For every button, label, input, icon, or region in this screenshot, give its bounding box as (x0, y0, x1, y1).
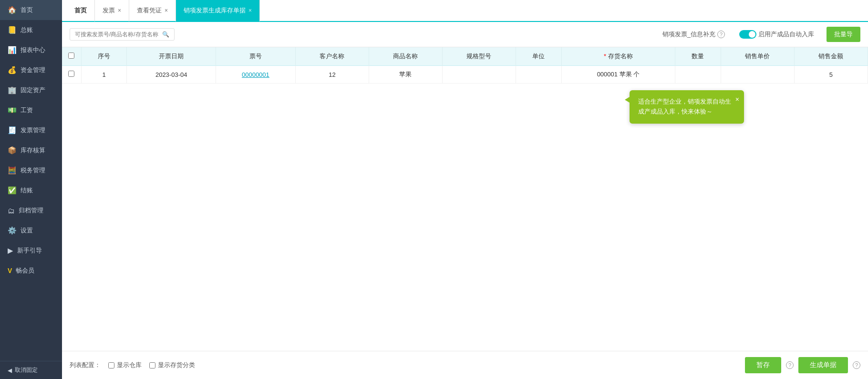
tooltip-close-btn[interactable]: × (735, 94, 739, 105)
tab-home[interactable]: 首页 (67, 0, 95, 21)
sidebar-item-label: 总账 (21, 26, 33, 34)
settings-icon: ⚙️ (8, 226, 17, 235)
data-table: 序号 开票日期 票号 客户名称 商品名称 规格型号 单位 存货名称 数量 销售单… (62, 47, 868, 84)
main-area: 首页 发票 × 查看凭证 × 销项发票生成库存单据 × 🔍 销项发票_信息补充 … (62, 0, 868, 379)
tab-invoice-close[interactable]: × (118, 7, 121, 14)
info-help-icon[interactable]: ? (717, 31, 725, 38)
td-product-name: 苹果 (369, 66, 442, 84)
show-inventory-category-option[interactable]: 显示存货分类 (149, 361, 195, 369)
sidebar-item-guide[interactable]: ▶ 新手引导 (0, 241, 62, 261)
tab-voucher-close[interactable]: × (165, 7, 168, 14)
batch-btn[interactable]: 批量导 (827, 27, 860, 42)
tab-sales-invoice-close[interactable]: × (248, 7, 252, 14)
row-checkbox[interactable] (68, 71, 74, 77)
sidebar-item-settings[interactable]: ⚙️ 设置 (0, 221, 62, 241)
funds-icon: 💰 (8, 66, 17, 74)
sidebar-item-home[interactable]: 🏠 首页 (0, 0, 62, 20)
fixed-assets-icon: 🏢 (8, 86, 17, 95)
tooltip-overlay: × 适合生产型企业，销项发票自动生成产成品入库，快来体验～ (630, 90, 744, 124)
sidebar-unpin[interactable]: ◀ 取消固定 (0, 361, 62, 379)
info-label-text: 销项发票_信息补充 (662, 30, 715, 39)
reports-icon: 📊 (8, 46, 17, 54)
show-inventory-category-label: 显示存货分类 (158, 361, 195, 369)
list-config-label: 列表配置： (70, 361, 101, 369)
ticket-no-link[interactable]: 00000001 (242, 71, 269, 78)
sidebar-item-invoices[interactable]: 🧾 发票管理 (0, 120, 62, 140)
sidebar-item-label: 固定资产 (21, 86, 45, 95)
toggle-area: 启用产成品自动入库 (739, 30, 814, 39)
td-inventory-name: 000001 苹果 个 (561, 66, 675, 84)
sidebar-item-label: 发票管理 (21, 126, 45, 135)
sidebar-item-label: 归档管理 (19, 206, 43, 215)
unpin-icon: ◀ (8, 367, 12, 374)
sidebar-item-inventory[interactable]: 📦 库存核算 (0, 140, 62, 160)
th-customer: 客户名称 (295, 47, 369, 66)
generate-help-icon[interactable]: ? (853, 361, 860, 369)
th-seq: 序号 (81, 47, 127, 66)
td-amount: 5 (794, 66, 868, 84)
sidebar-item-label: 结账 (21, 186, 33, 195)
sidebar-item-settlement[interactable]: ✅ 结账 (0, 180, 62, 200)
sidebar-item-label: 资金管理 (21, 66, 45, 74)
sidebar-item-fixed-assets[interactable]: 🏢 固定资产 (0, 80, 62, 100)
td-seq: 1 (81, 66, 127, 84)
tab-home-label: 首页 (74, 6, 87, 15)
sidebar-item-ledger[interactable]: 📒 总账 (0, 20, 62, 40)
th-spec: 规格型号 (442, 47, 516, 66)
sidebar-item-label: 设置 (21, 226, 33, 235)
th-qty: 数量 (675, 47, 721, 66)
tab-voucher[interactable]: 查看凭证 × (129, 0, 176, 21)
sidebar-item-archive[interactable]: 🗂 归档管理 (0, 200, 62, 221)
show-warehouse-label: 显示仓库 (117, 361, 142, 369)
td-qty (675, 66, 721, 84)
search-box[interactable]: 🔍 (70, 28, 175, 41)
tab-invoice-label: 发票 (103, 6, 115, 15)
td-date: 2023-03-04 (127, 66, 216, 84)
tab-voucher-label: 查看凭证 (137, 6, 162, 15)
td-spec (442, 66, 516, 84)
sidebar-item-vip[interactable]: V 畅会员 (0, 261, 62, 281)
sidebar-item-label: 库存核算 (21, 146, 45, 155)
settlement-icon: ✅ (8, 186, 17, 195)
sidebar: 🏠 首页 📒 总账 📊 报表中心 💰 资金管理 🏢 固定资产 💵 工资 🧾 发票… (0, 0, 62, 379)
generate-btn[interactable]: 生成单据 (798, 357, 848, 373)
toolbar: 🔍 销项发票_信息补充 ? 启用产成品自动入库 批量导 (62, 22, 868, 47)
show-inventory-category-checkbox[interactable] (149, 362, 155, 368)
search-input[interactable] (75, 31, 160, 38)
invoices-icon: 🧾 (8, 126, 17, 135)
toggle-label: 启用产成品自动入库 (758, 30, 814, 39)
sidebar-item-label: 报表中心 (21, 46, 45, 54)
save-btn[interactable]: 暂存 (745, 357, 781, 373)
table-header-row: 序号 开票日期 票号 客户名称 商品名称 规格型号 单位 存货名称 数量 销售单… (62, 47, 868, 66)
td-unit (516, 66, 561, 84)
tab-invoice[interactable]: 发票 × (95, 0, 129, 21)
inventory-icon: 📦 (8, 146, 17, 155)
footer-buttons: 暂存 ? 生成单据 ? (745, 357, 860, 373)
tab-bar: 首页 发票 × 查看凭证 × 销项发票生成库存单据 × (62, 0, 868, 22)
td-ticket-no[interactable]: 00000001 (216, 66, 295, 84)
footer-bar: 列表配置： 显示仓库 显示存货分类 暂存 ? 生成单据 ? (62, 351, 868, 379)
sidebar-item-label: 工资 (21, 106, 33, 115)
auto-warehouse-toggle[interactable] (739, 30, 756, 39)
save-help-icon[interactable]: ? (786, 361, 794, 369)
show-warehouse-checkbox[interactable] (108, 362, 114, 368)
tax-icon: 🧮 (8, 166, 17, 175)
td-checkbox[interactable] (62, 66, 81, 84)
tab-sales-invoice[interactable]: 销项发票生成库存单据 × (176, 0, 260, 21)
td-unit-price (721, 66, 794, 84)
sidebar-item-reports[interactable]: 📊 报表中心 (0, 40, 62, 60)
ledger-icon: 📒 (8, 26, 17, 34)
payroll-icon: 💵 (8, 106, 17, 115)
vip-icon: V (8, 267, 12, 274)
guide-icon: ▶ (8, 246, 13, 255)
sidebar-item-tax[interactable]: 🧮 税务管理 (0, 160, 62, 180)
select-all-checkbox[interactable] (68, 53, 74, 59)
th-unit-price: 销售单价 (721, 47, 794, 66)
archive-icon: 🗂 (8, 207, 15, 215)
sidebar-bottom-label: 取消固定 (15, 366, 38, 374)
sidebar-item-payroll[interactable]: 💵 工资 (0, 100, 62, 120)
th-inventory-name: 存货名称 (561, 47, 675, 66)
table-container: 序号 开票日期 票号 客户名称 商品名称 规格型号 单位 存货名称 数量 销售单… (62, 47, 868, 351)
sidebar-item-funds[interactable]: 💰 资金管理 (0, 60, 62, 80)
show-warehouse-option[interactable]: 显示仓库 (108, 361, 142, 369)
